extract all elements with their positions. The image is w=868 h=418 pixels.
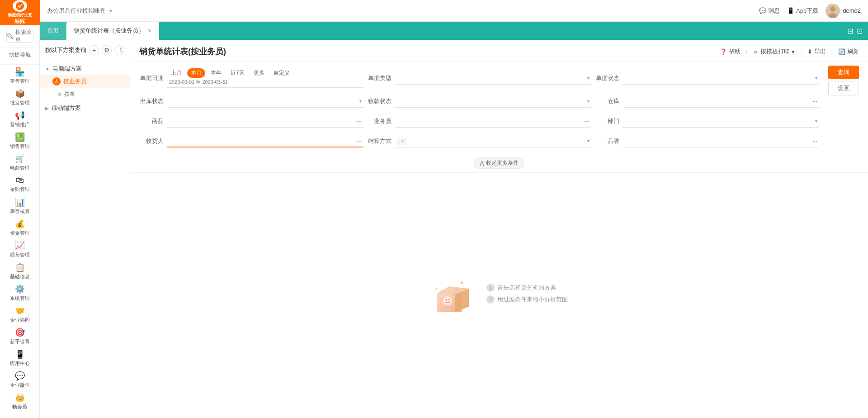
refresh-icon: 🔄: [838, 48, 845, 55]
sidebar-item-member[interactable]: 👑 畅会员: [0, 390, 39, 412]
sidebar-item-system[interactable]: ⚙️ 系统管理: [0, 282, 39, 304]
add-schema-btn[interactable]: +: [89, 45, 99, 55]
sidebar-item-appstore[interactable]: 📱 应用中心: [0, 347, 39, 369]
refresh-label: 刷新: [847, 48, 859, 56]
department-select[interactable]: ▾: [623, 115, 819, 128]
salesperson-select[interactable]: ···: [395, 115, 591, 128]
sidebar-item-operations[interactable]: 📈 经营管理: [0, 238, 39, 260]
tab-home[interactable]: 首页: [40, 22, 66, 40]
schema-sub-item-order[interactable]: ≡ 按单: [40, 88, 130, 100]
out-status-arrow: ▾: [359, 99, 362, 104]
tab-close-btn[interactable]: ×: [148, 27, 151, 34]
main-area: 办公用品行业模拟账套 ▾ 💬 消息 📱 App下载 de: [40, 0, 868, 418]
goods-select[interactable]: ···: [167, 115, 363, 128]
tabbar: 首页 销货单统计表（按业务员） × ⊟ ⊡: [40, 22, 868, 40]
svg-point-8: [443, 296, 452, 305]
minimize-icon[interactable]: ⊟: [847, 27, 853, 35]
date-more-btn[interactable]: 更多: [250, 68, 268, 78]
settle-method-select[interactable]: × ▾: [395, 135, 591, 147]
empty-illustration: ★ ★: [430, 273, 476, 318]
message-btn[interactable]: 💬 消息: [759, 7, 780, 15]
help-label: 帮助: [729, 48, 741, 56]
collapse-icon: ⋀: [480, 160, 484, 166]
user-section[interactable]: demo2: [826, 4, 861, 18]
doc-type-select[interactable]: ▾: [395, 72, 591, 85]
app-download-btn[interactable]: 📱 App下载: [787, 7, 818, 15]
sidebar-item-newbie[interactable]: 🎯 新手引导: [0, 325, 39, 347]
sidebar-item-basic[interactable]: 📋 基础信息: [0, 260, 39, 282]
settings-btn[interactable]: 设置: [828, 81, 859, 95]
sidebar-item-purchase[interactable]: 🛍 采购管理: [0, 173, 39, 195]
tab-report-label: 销货单统计表（按业务员）: [74, 27, 144, 35]
breadcrumb-dropdown-icon[interactable]: ▾: [109, 8, 112, 14]
logo-icon: [13, 0, 27, 12]
tab-expand-area: ⊟ ⊡: [847, 27, 868, 35]
receipt-status-select[interactable]: ▾: [395, 95, 591, 108]
nav-icon-ecommerce: 🛒: [15, 154, 25, 164]
pc-schema-group-title[interactable]: ▼ 电脑端方案: [40, 63, 130, 75]
receiver-label: 收货人: [136, 137, 167, 145]
maximize-icon[interactable]: ⊡: [857, 27, 863, 35]
salesperson-dots[interactable]: ···: [585, 118, 590, 124]
refresh-btn[interactable]: 🔄 刷新: [838, 48, 859, 56]
nav-icon-appstore: 📱: [15, 349, 25, 359]
query-btn[interactable]: 查询: [828, 66, 859, 79]
date-this-year-btn[interactable]: 本年: [207, 68, 225, 78]
warehouse-dots[interactable]: ···: [812, 98, 817, 104]
receiver-select[interactable]: ···: [167, 135, 363, 147]
date-custom-btn[interactable]: 自定义: [270, 68, 293, 78]
app-download-icon: 📱: [787, 7, 794, 14]
collapse-panel-btn[interactable]: 《: [114, 45, 124, 55]
sidebar-item-wechat[interactable]: 💬 企业微信: [0, 369, 39, 390]
sidebar-item-cooperation[interactable]: 🤝 企业协同: [0, 304, 39, 325]
nav-label-cooperation: 企业协同: [10, 317, 30, 323]
sidebar-item-sales[interactable]: 💹 销售管理: [0, 130, 39, 152]
date-last-month-btn[interactable]: 上月: [167, 68, 185, 78]
department-cell: 部门 ▾: [591, 112, 819, 130]
collapse-btn[interactable]: ⋀ 收起更多条件: [474, 157, 524, 169]
tab-report[interactable]: 销货单统计表（按业务员） ×: [66, 22, 159, 40]
app-subtitle: 畅捷信好生意: [7, 13, 33, 18]
out-status-select[interactable]: ▾: [167, 95, 363, 108]
empty-hint-2-text: 用过滤条件来缩小分析范围: [497, 295, 568, 304]
svg-point-10: [448, 299, 450, 301]
svg-text:★: ★: [460, 280, 464, 285]
nav-label-finance: 资金管理: [10, 230, 30, 237]
nav-label-inventory: 库存核算: [10, 208, 30, 215]
nav-icon-wholesale: 📦: [15, 89, 25, 99]
empty-hint-1-text: 请先选择要分析的方案: [497, 284, 556, 292]
goods-cell: 商品 ···: [136, 112, 363, 130]
settings-schema-btn[interactable]: ⚙: [102, 45, 112, 55]
search-menu-btn[interactable]: 🔍 搜索菜单: [6, 30, 33, 43]
sidebar-item-ecommerce[interactable]: 🛒 电商管理: [0, 152, 39, 173]
out-status-label: 出库状态: [136, 97, 167, 105]
staff-icon: 人: [52, 77, 61, 86]
brand-select[interactable]: ···: [623, 135, 819, 147]
sidebar-item-inventory[interactable]: 📊 库存核算: [0, 195, 39, 217]
nav-label-member: 畅会员: [12, 404, 27, 410]
empty-hint-1: 1 请先选择要分析的方案: [486, 284, 568, 292]
help-btn[interactable]: ❓ 帮助: [720, 48, 741, 56]
date-label: 单据日期: [136, 74, 167, 82]
sidebar-item-retail[interactable]: 🏪 零售管理: [0, 65, 39, 86]
goods-dots[interactable]: ···: [357, 118, 362, 124]
sidebar: 畅捷信好生意 标账 🔍 搜索菜单 快捷导航 🏪 零售管理 📦 批发管理 📢 营销…: [0, 0, 40, 418]
mobile-schema-group-title[interactable]: ▶ 移动端方案: [40, 102, 130, 114]
sidebar-item-finance[interactable]: 💰 资金管理: [0, 217, 39, 238]
sidebar-item-marketing[interactable]: 📢 营销推广: [0, 108, 39, 130]
doc-status-select[interactable]: ▾: [623, 72, 819, 85]
nav-label-retail: 零售管理: [10, 78, 30, 85]
receiver-dots[interactable]: ···: [357, 138, 362, 144]
order-label: 按单: [64, 90, 75, 98]
date-last-7days-btn[interactable]: 近7天: [227, 68, 248, 78]
schema-item-staff[interactable]: 人 按业务员: [40, 75, 130, 88]
sidebar-item-wholesale[interactable]: 📦 批发管理: [0, 86, 39, 108]
receipt-status-label: 收款状态: [363, 97, 395, 105]
export-btn[interactable]: ⬇ 导出: [807, 48, 826, 56]
settle-tag-remove[interactable]: ×: [401, 138, 404, 144]
empty-state: ★ ★ 1 请先选择要分析的方案 2 用过滤条件来缩小分析范围: [130, 173, 868, 418]
date-this-month-btn[interactable]: 本月: [187, 68, 205, 78]
brand-dots[interactable]: ···: [812, 138, 817, 144]
warehouse-select[interactable]: ···: [623, 95, 819, 108]
template-print-btn[interactable]: 🖨 按模板打印 ▾: [753, 48, 795, 56]
